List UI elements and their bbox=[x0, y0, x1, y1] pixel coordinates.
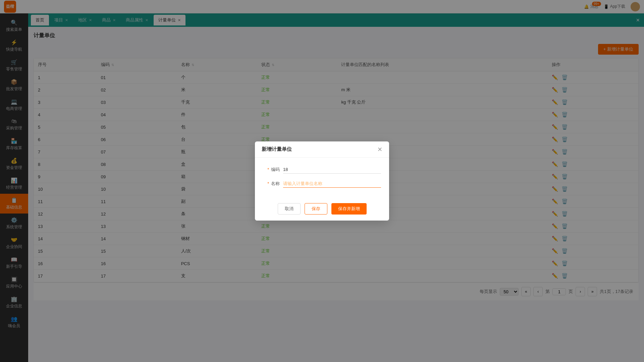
name-label: * 名称 bbox=[263, 181, 280, 187]
modal-footer: 取消 保存 保存并新增 bbox=[255, 199, 389, 221]
save-button[interactable]: 保存 bbox=[305, 203, 327, 215]
name-input[interactable] bbox=[283, 180, 381, 188]
add-unit-modal: 新增计量单位 ✕ * 编码 * 名称 取消 保存 保存并新增 bbox=[255, 141, 389, 221]
modal-title: 新增计量单位 bbox=[262, 146, 292, 153]
code-required-mark: * bbox=[267, 167, 269, 172]
modal-body: * 编码 * 名称 bbox=[255, 158, 389, 199]
save-add-button[interactable]: 保存并新增 bbox=[331, 203, 367, 215]
name-form-row: * 名称 bbox=[263, 180, 381, 188]
code-form-row: * 编码 bbox=[263, 166, 381, 174]
name-required-mark: * bbox=[267, 181, 269, 186]
code-label: * 编码 bbox=[263, 167, 280, 173]
modal-header: 新增计量单位 ✕ bbox=[255, 141, 389, 158]
modal-close-button[interactable]: ✕ bbox=[377, 146, 382, 153]
code-input[interactable] bbox=[283, 166, 381, 174]
cancel-button[interactable]: 取消 bbox=[278, 203, 301, 215]
modal-overlay: 新增计量单位 ✕ * 编码 * 名称 取消 保存 保存并新增 bbox=[0, 0, 644, 362]
